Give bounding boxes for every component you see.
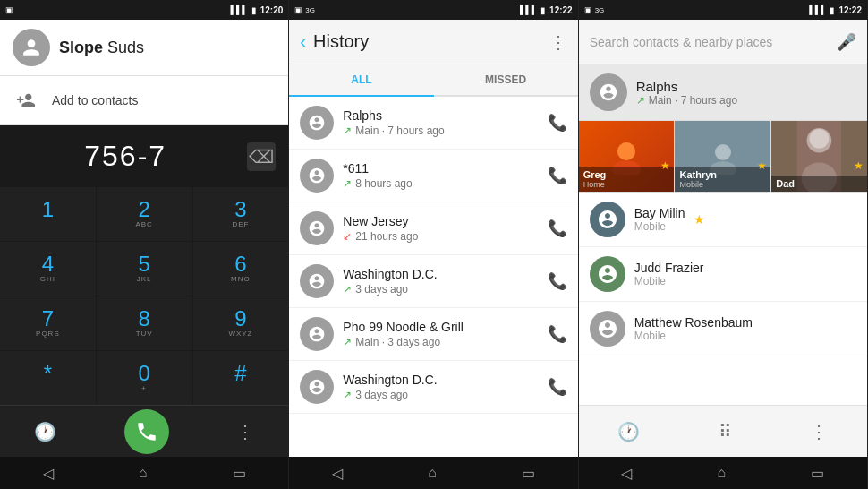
- star-badge-kathryn: ★: [757, 159, 767, 172]
- shortcut-kathryn-label: Mobile: [679, 180, 766, 189]
- call-button[interactable]: [124, 409, 169, 454]
- history-avatar: [300, 317, 334, 351]
- contact-sub-matthew: Mobile: [634, 330, 753, 342]
- signal-icon-2: ▌▌▌: [520, 5, 537, 14]
- status-time-1: 12:20: [260, 5, 284, 15]
- history-title: History: [313, 31, 549, 52]
- recents-nav-icon[interactable]: ▭: [233, 465, 246, 482]
- mic-icon[interactable]: 🎤: [837, 32, 856, 52]
- status-time-3: 12:22: [838, 5, 862, 15]
- svg-point-1: [617, 142, 635, 160]
- more-icon[interactable]: ⋮: [236, 421, 254, 442]
- back-nav-icon[interactable]: ◁: [43, 465, 54, 482]
- call-icon[interactable]: 📞: [548, 377, 567, 397]
- contact-name-matthew: Matthew Rosenbaum: [634, 315, 753, 330]
- key-9[interactable]: 9WXYZ: [193, 296, 289, 350]
- key-2[interactable]: 2ABC: [97, 187, 192, 241]
- contact-sub-bay: Mobile: [634, 220, 685, 233]
- key-star[interactable]: *: [0, 351, 96, 405]
- shortcut-greg-name: Greg: [583, 169, 670, 180]
- call-icon[interactable]: 📞: [548, 271, 567, 291]
- shortcut-kathryn-name: Kathryn: [679, 169, 766, 180]
- key-7[interactable]: 7PQRS: [0, 296, 96, 350]
- key-0[interactable]: 0+: [97, 351, 192, 405]
- history-item-sub: ↗ 8 hours ago: [343, 177, 538, 190]
- shortcut-dad[interactable]: Dad ★: [771, 121, 867, 192]
- key-3[interactable]: 3DEF: [193, 187, 289, 241]
- nav-bar-2: ◁ ⌂ ▭: [289, 457, 577, 489]
- featured-sub-text: Main · 7 hours ago: [649, 94, 737, 107]
- key-hash[interactable]: #: [193, 351, 289, 405]
- network-3g-icon-3: 3G: [595, 6, 605, 14]
- contacts-search-bar[interactable]: Search contacts & nearby places 🎤: [579, 20, 867, 64]
- list-item[interactable]: *611 ↗ 8 hours ago 📞: [289, 150, 577, 202]
- history-avatar: [300, 106, 334, 140]
- featured-contact[interactable]: Ralphs ↗ Main · 7 hours ago: [579, 64, 867, 121]
- shortcut-greg[interactable]: Greg Home ★: [579, 121, 676, 192]
- shortcut-greg-label: Home: [583, 180, 670, 189]
- shortcut-greg-overlay: Greg Home: [579, 167, 675, 192]
- history-header: ‹ History ⋮: [289, 20, 577, 64]
- history-avatar: [300, 370, 334, 404]
- contact-item-judd[interactable]: Judd Frazier Mobile: [579, 247, 867, 302]
- history-item-sub: ↙ 21 hours ago: [343, 230, 538, 243]
- history-list: Ralphs ↗ Main · 7 hours ago 📞 *611 ↗ 8 h…: [289, 97, 577, 457]
- nav-bar-1: ◁ ⌂ ▭: [0, 457, 288, 489]
- key-4[interactable]: 4GHI: [0, 242, 96, 296]
- history-item-info: New Jersey ↙ 21 hours ago: [343, 214, 538, 243]
- contact-item-matthew[interactable]: Matthew Rosenbaum Mobile: [579, 302, 867, 356]
- back-arrow-icon[interactable]: ‹: [300, 31, 306, 52]
- home-nav-icon-3[interactable]: ⌂: [717, 465, 726, 481]
- key-8[interactable]: 8TUV: [97, 296, 192, 350]
- call-icon[interactable]: 📞: [548, 166, 567, 185]
- tab-missed[interactable]: MISSED: [434, 64, 578, 95]
- home-nav-icon-2[interactable]: ⌂: [428, 465, 437, 481]
- list-item[interactable]: Pho 99 Noodle & Grill ↗ Main · 3 days ag…: [289, 308, 577, 361]
- key-5[interactable]: 5JKL: [97, 242, 192, 296]
- home-nav-icon[interactable]: ⌂: [139, 465, 148, 481]
- list-item[interactable]: New Jersey ↙ 21 hours ago 📞: [289, 202, 577, 255]
- history-item-info: Washington D.C. ↗ 3 days ago: [343, 267, 538, 296]
- key-1[interactable]: 1: [0, 187, 96, 241]
- history-item-name: Washington D.C.: [343, 267, 538, 281]
- search-placeholder[interactable]: Search contacts & nearby places: [590, 35, 830, 49]
- back-nav-icon-3[interactable]: ◁: [621, 465, 632, 482]
- add-contact-icon: [13, 87, 39, 114]
- battery-icon-2: ▮: [540, 5, 546, 15]
- dialer-actions: 🕐 ⋮: [0, 405, 288, 457]
- contacts-more-icon[interactable]: ⋮: [810, 421, 828, 442]
- history-item-info: Ralphs ↗ Main · 7 hours ago: [343, 108, 538, 137]
- call-out-icon: ↗: [343, 283, 352, 296]
- call-out-icon: ↗: [343, 336, 352, 348]
- back-nav-icon-2[interactable]: ◁: [332, 465, 343, 482]
- history-more-icon[interactable]: ⋮: [549, 31, 567, 53]
- history-icon[interactable]: 🕐: [34, 421, 56, 442]
- status-bar-1: ▣ ▌▌▌ ▮ 12:20: [0, 0, 288, 20]
- call-out-icon: ↗: [343, 177, 352, 190]
- call-out-icon: ↗: [343, 124, 352, 137]
- list-item[interactable]: Ralphs ↗ Main · 7 hours ago 📞: [289, 97, 577, 150]
- backspace-button[interactable]: ⌫: [247, 142, 276, 171]
- contact-avatar-bay: [590, 202, 625, 237]
- call-out-icon: ↗: [343, 389, 352, 401]
- call-icon[interactable]: 📞: [548, 113, 567, 133]
- shortcut-kathryn[interactable]: Kathryn Mobile ★: [675, 121, 771, 192]
- call-icon[interactable]: 📞: [548, 219, 567, 238]
- add-contact-row[interactable]: Add to contacts: [0, 76, 288, 125]
- list-item[interactable]: Washington D.C. ↗ 3 days ago 📞: [289, 255, 577, 308]
- history-avatar: [300, 211, 334, 245]
- history-item-name: *611: [343, 161, 538, 176]
- contact-item-bay[interactable]: Bay Milin Mobile ★: [579, 193, 867, 247]
- dialpad-nav-icon[interactable]: ⠿: [719, 421, 732, 442]
- history-nav-icon[interactable]: 🕐: [617, 421, 640, 442]
- recents-nav-icon-2[interactable]: ▭: [522, 465, 535, 482]
- contacts-bottom-nav: 🕐 ⠿ ⋮: [579, 405, 867, 457]
- call-icon[interactable]: 📞: [548, 324, 567, 344]
- recents-nav-icon-3[interactable]: ▭: [811, 465, 824, 482]
- dialer-panel: ▣ ▌▌▌ ▮ 12:20 Slope Suds Add to contacts…: [0, 0, 289, 489]
- list-item[interactable]: Washington D.C. ↗ 3 days ago 📞: [289, 361, 577, 414]
- shortcut-dad-overlay: Dad: [771, 176, 867, 192]
- contact-name-bay: Bay Milin: [634, 206, 685, 220]
- tab-all[interactable]: ALL: [289, 64, 433, 95]
- key-6[interactable]: 6MNO: [193, 242, 289, 296]
